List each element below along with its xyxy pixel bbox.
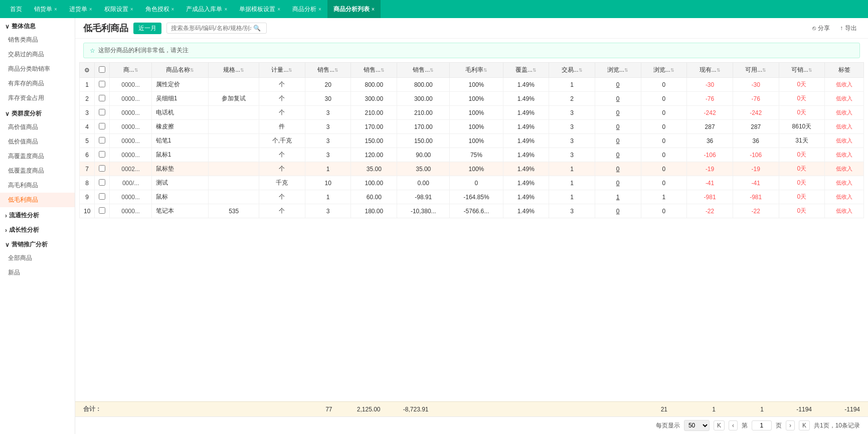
close-icon[interactable]: × [277, 7, 280, 12]
cell-unit: 个 [259, 148, 305, 162]
sidebar-item-high-margin[interactable]: 高毛利商品 [0, 178, 75, 193]
sidebar-item-low-coverage[interactable]: 低覆盖度商品 [0, 164, 75, 178]
cell-browse1[interactable]: 1 [595, 190, 641, 204]
col-stock[interactable]: 现有...⇅ [687, 63, 733, 78]
prev-page-btn[interactable]: ‹ [729, 420, 738, 430]
col-browse2[interactable]: 浏览...⇅ [641, 63, 687, 78]
cell-avail: -30 [733, 78, 779, 92]
search-icon[interactable]: 🔍 [253, 25, 261, 32]
cell-checkbox[interactable] [95, 106, 110, 120]
cell-stock: -41 [687, 176, 733, 190]
cell-browse1[interactable]: 0 [595, 92, 641, 106]
table-wrapper: ⚙ 商...⇅ 商品名称⇅ 规格...⇅ 计量...⇅ 销售...⇅ 销售...… [75, 62, 868, 401]
cell-browse1[interactable]: 0 [595, 204, 641, 218]
sidebar-group-circulation[interactable]: › 流通性分析 [0, 207, 75, 222]
cell-checkbox[interactable] [95, 134, 110, 148]
cell-checkbox[interactable] [95, 148, 110, 162]
cell-stock: -76 [687, 92, 733, 106]
search-input[interactable] [171, 25, 251, 32]
close-icon[interactable]: × [171, 7, 175, 12]
cell-spec: 参加复试 [209, 92, 259, 106]
sidebar-item-category-rate[interactable]: 商品分类助销率 [0, 62, 75, 76]
close-icon[interactable]: × [130, 7, 133, 12]
filter-button[interactable]: 近一月 [133, 23, 161, 34]
col-tag[interactable]: 标签 [825, 63, 864, 78]
col-trade[interactable]: 交易...⇅ [549, 63, 595, 78]
cell-browse1[interactable]: 0 [595, 78, 641, 92]
sidebar-item-stock-goods[interactable]: 有库存的商品 [0, 76, 75, 91]
page-size-select[interactable]: 10 20 50 100 [684, 420, 710, 431]
cell-checkbox[interactable] [95, 120, 110, 134]
nav-item-analysis[interactable]: 商品分析× [286, 0, 327, 18]
close-icon[interactable]: × [224, 7, 227, 12]
share-button[interactable]: ⎋ 分享 [809, 23, 833, 34]
sidebar-item-low-value[interactable]: 低价值商品 [0, 134, 75, 149]
next-page-btn[interactable]: › [786, 420, 795, 430]
nav-item-home[interactable]: 首页 [4, 0, 28, 18]
close-icon[interactable]: × [54, 7, 57, 12]
cell-checkbox[interactable] [95, 176, 110, 190]
cell-margin: 100% [450, 106, 503, 120]
sidebar-item-high-value[interactable]: 高价值商品 [0, 120, 75, 134]
col-margin[interactable]: 毛利率⇅ [450, 63, 503, 78]
col-saleable[interactable]: 可销...⇅ [779, 63, 825, 78]
cell-browse1[interactable]: 0 [595, 120, 641, 134]
cell-checkbox[interactable] [95, 204, 110, 218]
cell-browse1[interactable]: 0 [595, 162, 641, 176]
chevron-right-icon: › [5, 212, 7, 219]
sidebar-group-growth[interactable]: › 成长性分析 [0, 222, 75, 236]
nav-item-roles[interactable]: 角色授权× [139, 0, 181, 18]
sidebar-item-low-margin[interactable]: 低毛利商品 [0, 193, 75, 207]
col-settings[interactable]: ⚙ [80, 63, 95, 78]
cell-tag: 低收入 [825, 78, 864, 92]
col-avail[interactable]: 可用...⇅ [733, 63, 779, 78]
share-icon: ⎋ [812, 25, 816, 32]
col-checkbox[interactable] [95, 63, 110, 78]
cell-browse1[interactable]: 0 [595, 106, 641, 120]
cell-checkbox[interactable] [95, 92, 110, 106]
col-unit[interactable]: 计量...⇅ [259, 63, 305, 78]
sidebar-group-marketing: ∨ 营销推广分析 [0, 236, 75, 251]
cell-browse1[interactable]: 0 [595, 148, 641, 162]
col-sales1[interactable]: 销售...⇅ [305, 63, 351, 78]
col-code[interactable]: 商...⇅ [110, 63, 151, 78]
nav-item-analysis-list[interactable]: 商品分析列表× [327, 0, 381, 18]
cell-unit: 个 [259, 162, 305, 176]
cell-browse1[interactable]: 0 [595, 176, 641, 190]
nav-item-purchase[interactable]: 进货单× [63, 0, 98, 18]
cell-checkbox[interactable] [95, 162, 110, 176]
page-number-input[interactable] [752, 420, 772, 430]
col-browse1[interactable]: 浏览...⇅ [595, 63, 641, 78]
cell-stock: -981 [687, 190, 733, 204]
search-box[interactable]: 🔍 [166, 23, 267, 34]
close-icon[interactable]: × [89, 7, 92, 12]
sidebar-item-stock-capital[interactable]: 库存资金占用 [0, 91, 75, 105]
last-page-btn[interactable]: K [799, 420, 810, 430]
nav-item-product-entry[interactable]: 产成品入库单× [180, 0, 233, 18]
sidebar-item-high-coverage[interactable]: 高覆盖度商品 [0, 149, 75, 164]
nav-item-template[interactable]: 单据模板设置× [233, 0, 286, 18]
sidebar-item-all-goods[interactable]: 全部商品 [0, 251, 75, 265]
cell-unit: 个 [259, 106, 305, 120]
sidebar-item-traded-goods[interactable]: 交易过的商品 [0, 47, 75, 62]
col-coverage[interactable]: 覆盖...⇅ [503, 63, 549, 78]
col-sales2[interactable]: 销售...⇅ [351, 63, 397, 78]
sidebar-item-new-goods[interactable]: 新品 [0, 265, 75, 280]
close-icon[interactable]: × [372, 7, 375, 12]
nav-item-permissions[interactable]: 权限设置× [98, 0, 139, 18]
col-name[interactable]: 商品名称⇅ [151, 63, 208, 78]
col-sales3[interactable]: 销售...⇅ [397, 63, 450, 78]
col-spec[interactable]: 规格...⇅ [209, 63, 259, 78]
cell-browse1[interactable]: 0 [595, 134, 641, 148]
export-button[interactable]: ↑ 导出 [837, 23, 860, 34]
cell-code: 0000... [110, 148, 151, 162]
first-page-btn[interactable]: K [714, 420, 725, 430]
table-row: 7 0002... 鼠标垫 个 1 35.00 35.00 100% 1.49%… [80, 162, 864, 176]
nav-item-sales[interactable]: 销货单× [28, 0, 63, 18]
cell-checkbox[interactable] [95, 78, 110, 92]
sidebar-item-sales-goods[interactable]: 销售类商品 [0, 33, 75, 47]
close-icon[interactable]: × [318, 7, 321, 12]
select-all-checkbox[interactable] [99, 66, 105, 73]
cell-tag: 低收入 [825, 176, 864, 190]
cell-checkbox[interactable] [95, 190, 110, 204]
